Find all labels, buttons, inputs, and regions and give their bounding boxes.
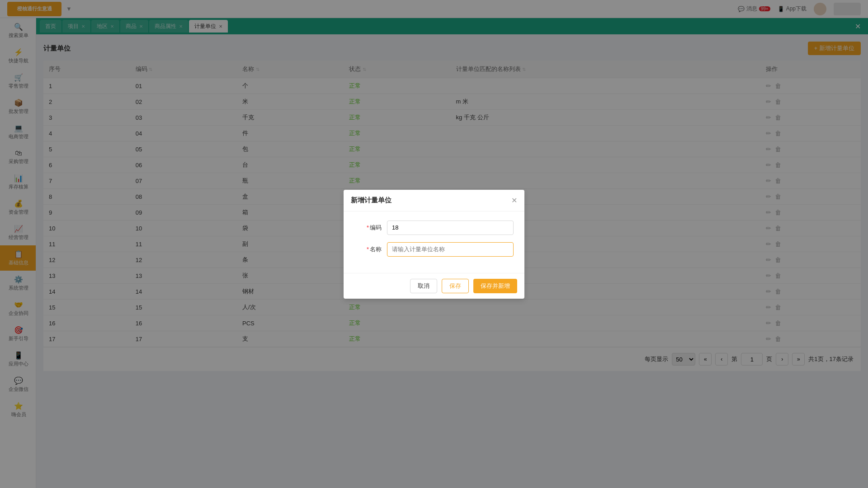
- save-and-new-button[interactable]: 保存并新增: [473, 279, 517, 293]
- modal-title: 新增计量单位: [351, 196, 392, 205]
- modal-body: *编码 *名称: [344, 211, 524, 273]
- modal-close-button[interactable]: ✕: [511, 196, 517, 205]
- modal-header: 新增计量单位 ✕: [344, 190, 524, 211]
- code-form-row: *编码: [354, 221, 514, 235]
- modal-overlay: 新增计量单位 ✕ *编码 *名称 取消 保存 保存并新增: [0, 0, 868, 488]
- name-required-mark: *: [367, 246, 369, 253]
- name-label: *名称: [354, 245, 382, 253]
- code-input[interactable]: [387, 221, 514, 235]
- code-required-mark: *: [367, 224, 369, 231]
- cancel-button[interactable]: 取消: [410, 279, 437, 293]
- save-button[interactable]: 保存: [442, 279, 469, 293]
- name-input[interactable]: [387, 242, 514, 257]
- modal-footer: 取消 保存 保存并新增: [344, 273, 524, 299]
- add-unit-modal: 新增计量单位 ✕ *编码 *名称 取消 保存 保存并新增: [344, 190, 524, 299]
- code-label: *编码: [354, 224, 382, 232]
- name-form-row: *名称: [354, 242, 514, 257]
